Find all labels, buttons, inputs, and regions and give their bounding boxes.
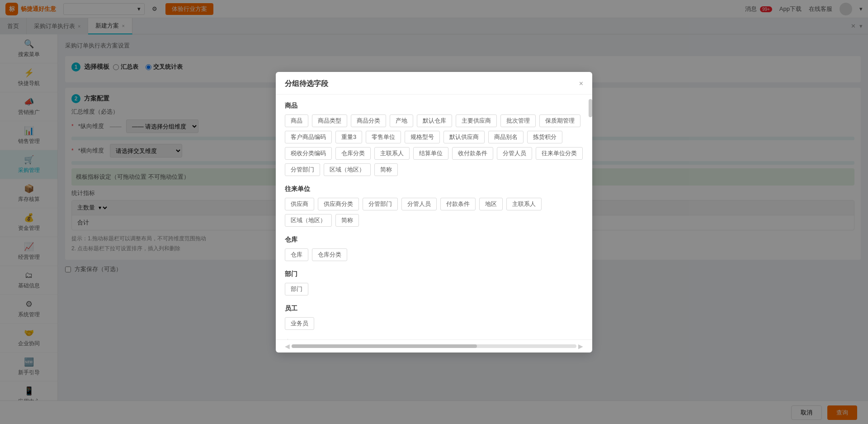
modal-header: 分组待选字段 ×: [276, 72, 592, 95]
field-settlement-unit[interactable]: 结算单位: [413, 147, 448, 160]
field-warehouse-category[interactable]: 仓库分类: [335, 147, 371, 160]
scroll-left-icon[interactable]: ◀: [285, 343, 290, 350]
modal-close-button[interactable]: ×: [579, 80, 583, 88]
field-region-goods[interactable]: 区域（地区）: [324, 163, 371, 176]
vscroll-thumb: [589, 99, 592, 117]
field-goods[interactable]: 商品: [285, 114, 308, 127]
modal-section-dept: 部门 部门: [285, 270, 583, 295]
field-short-name-2[interactable]: 简称: [335, 214, 359, 227]
section-partners-fields: 供应商 供应商分类 分管部门 分管人员 付款条件 地区 主联系人 区域（地区） …: [285, 198, 583, 227]
field-sales-rep[interactable]: 业务员: [285, 317, 314, 330]
scroll-track[interactable]: [292, 344, 576, 348]
field-main-contact[interactable]: 主联系人: [374, 147, 410, 160]
field-main-contact-2[interactable]: 主联系人: [506, 198, 542, 210]
field-goods-alias[interactable]: 商品别名: [488, 131, 524, 143]
modal-section-goods: 商品 商品 商品类型 商品分类 产地 默认仓库 主要供应商 批次管理 保质期管理…: [285, 102, 583, 176]
field-goods-category[interactable]: 商品分类: [351, 114, 386, 127]
section-partners-title: 往来单位: [285, 185, 583, 193]
field-main-supplier[interactable]: 主要供应商: [456, 114, 497, 127]
field-dept[interactable]: 部门: [285, 283, 308, 295]
modal-title: 分组待选字段: [285, 79, 328, 89]
section-goods-title: 商品: [285, 102, 583, 110]
modal-overlay: 分组待选字段 × 商品 商品 商品类型 商品分类 产地 默认仓库 主要供应商 批…: [0, 0, 868, 424]
field-region-2[interactable]: 地区: [479, 198, 503, 210]
field-pick-points[interactable]: 拣货积分: [527, 131, 562, 143]
section-employee-fields: 业务员: [285, 317, 583, 330]
field-default-warehouse[interactable]: 默认仓库: [417, 114, 452, 127]
modal-section-partners: 往来单位 供应商 供应商分类 分管部门 分管人员 付款条件 地区 主联系人 区域…: [285, 185, 583, 227]
modal-body: 商品 商品 商品类型 商品分类 产地 默认仓库 主要供应商 批次管理 保质期管理…: [276, 95, 592, 339]
field-partner-category[interactable]: 往来单位分类: [536, 147, 583, 160]
scroll-thumb: [292, 344, 477, 348]
section-dept-title: 部门: [285, 270, 583, 278]
field-batch-mgmt[interactable]: 批次管理: [500, 114, 536, 127]
section-goods-fields: 商品 商品类型 商品分类 产地 默认仓库 主要供应商 批次管理 保质期管理 客户…: [285, 114, 583, 176]
field-supplier-category[interactable]: 供应商分类: [318, 198, 359, 210]
field-dept-manage[interactable]: 分管部门: [285, 163, 320, 176]
field-dept-manage-2[interactable]: 分管部门: [363, 198, 398, 210]
field-short-name-goods[interactable]: 简称: [374, 163, 398, 176]
field-weight3[interactable]: 重量3: [335, 131, 362, 143]
field-default-supplier[interactable]: 默认供应商: [443, 131, 485, 143]
section-employee-title: 员工: [285, 305, 583, 313]
field-supervisor[interactable]: 分管人员: [497, 147, 532, 160]
scroll-right-icon[interactable]: ▶: [578, 343, 583, 350]
field-spec-model[interactable]: 规格型号: [405, 131, 440, 143]
section-warehouse-title: 仓库: [285, 236, 583, 244]
field-warehouse[interactable]: 仓库: [285, 248, 308, 261]
field-payment-terms-2[interactable]: 付款条件: [440, 198, 476, 210]
field-shelf-life[interactable]: 保质期管理: [539, 114, 580, 127]
section-dept-fields: 部门: [285, 283, 583, 295]
field-goods-type[interactable]: 商品类型: [312, 114, 347, 127]
field-origin[interactable]: 产地: [390, 114, 413, 127]
field-select-modal: 分组待选字段 × 商品 商品 商品类型 商品分类 产地 默认仓库 主要供应商 批…: [276, 72, 592, 353]
field-region-area-2[interactable]: 区域（地区）: [285, 214, 332, 227]
field-tax-code[interactable]: 税收分类编码: [285, 147, 332, 160]
field-supplier[interactable]: 供应商: [285, 198, 314, 210]
field-customer-code[interactable]: 客户商品编码: [285, 131, 332, 143]
modal-scroll-area: ◀ ▶: [276, 339, 592, 353]
modal-section-employee: 员工 业务员: [285, 305, 583, 330]
field-supervisor-2[interactable]: 分管人员: [401, 198, 437, 210]
field-warehouse-cat[interactable]: 仓库分类: [312, 248, 347, 261]
section-warehouse-fields: 仓库 仓库分类: [285, 248, 583, 261]
modal-section-warehouse: 仓库 仓库 仓库分类: [285, 236, 583, 261]
field-retail-unit[interactable]: 零售单位: [366, 131, 401, 143]
field-payment-terms[interactable]: 收付款条件: [452, 147, 493, 160]
modal-vertical-scrollbar[interactable]: [589, 95, 592, 330]
